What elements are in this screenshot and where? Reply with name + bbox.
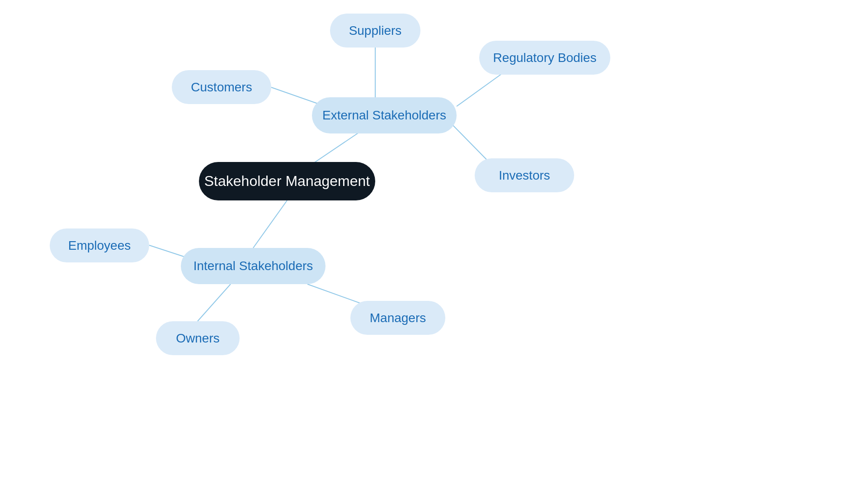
external-label: External Stakeholders bbox=[322, 108, 446, 123]
employees-node[interactable]: Employees bbox=[50, 228, 149, 262]
svg-line-7 bbox=[198, 284, 231, 321]
employees-label: Employees bbox=[68, 238, 131, 253]
regulatory-label: Regulatory Bodies bbox=[493, 51, 597, 65]
investors-node[interactable]: Investors bbox=[475, 158, 574, 192]
internal-label: Internal Stakeholders bbox=[193, 259, 313, 273]
investors-label: Investors bbox=[499, 168, 550, 183]
root-node[interactable]: Stakeholder Management bbox=[199, 162, 375, 200]
managers-label: Managers bbox=[370, 311, 426, 325]
managers-node[interactable]: Managers bbox=[350, 301, 445, 335]
svg-line-1 bbox=[253, 200, 287, 248]
owners-label: Owners bbox=[176, 331, 219, 346]
customers-label: Customers bbox=[191, 80, 252, 95]
owners-node[interactable]: Owners bbox=[156, 321, 240, 355]
suppliers-label: Suppliers bbox=[349, 24, 402, 38]
regulatory-bodies-node[interactable]: Regulatory Bodies bbox=[479, 41, 610, 75]
customers-node[interactable]: Customers bbox=[172, 70, 271, 104]
svg-line-4 bbox=[457, 74, 502, 106]
root-label: Stakeholder Management bbox=[204, 173, 370, 190]
internal-stakeholders-node[interactable]: Internal Stakeholders bbox=[181, 248, 326, 284]
suppliers-node[interactable]: Suppliers bbox=[330, 14, 420, 48]
external-stakeholders-node[interactable]: External Stakeholders bbox=[312, 97, 457, 133]
